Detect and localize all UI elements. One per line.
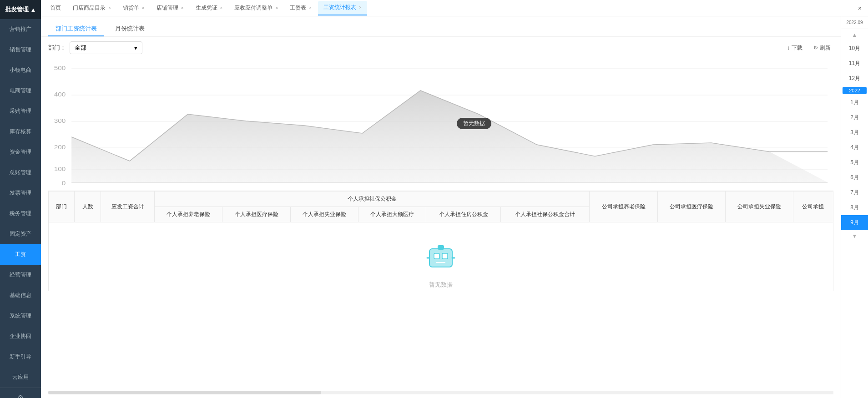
main-area: 首页 门店商品目录 × 销货单 × 店铺管理 × 生成凭证 × 应收应付调整单 …: [41, 0, 868, 398]
cal-month-12[interactable]: 12月: [841, 71, 868, 86]
sidebar-collapse-icon: ▲: [30, 6, 36, 13]
sub-tab-dept-stats[interactable]: 部门工资统计表: [48, 22, 104, 36]
right-calendar: 2022.09 ▲ 10月 11月 12月 2022 1月 2月 3月 4月 5…: [841, 16, 868, 398]
cal-month-10[interactable]: 10月: [841, 41, 868, 56]
tab-bar-right: ×: [855, 3, 864, 14]
th-company-other: 公司承担: [793, 191, 833, 222]
svg-rect-12: [429, 249, 452, 267]
cal-month-5[interactable]: 5月: [841, 155, 868, 170]
svg-rect-13: [434, 253, 439, 259]
tab-close-payroll-table[interactable]: ×: [309, 5, 312, 10]
stats-table: 部门 人数 应发工资合计 个人承担社保公积金 公司承担养老保险 公司承担医疗保险…: [48, 191, 833, 291]
sidebar-item-sys-mgmt[interactable]: 系统管理: [0, 306, 41, 326]
th-personal-housing-fund: 个人承担住房公积金: [426, 207, 500, 222]
sidebar-item-finance[interactable]: 资金管理: [0, 142, 41, 162]
sidebar-item-mini-ec[interactable]: 小畅电商: [0, 60, 41, 81]
toolbar-left: 部门： 全部 ▾: [48, 41, 142, 54]
sidebar-item-general-ledger[interactable]: 总账管理: [0, 162, 41, 183]
sidebar-item-ec-mgmt[interactable]: 电商管理: [0, 81, 41, 101]
tab-close-ar-ap[interactable]: ×: [275, 5, 278, 10]
calendar-year-month: 2022.09: [846, 20, 863, 25]
tab-store-mgmt[interactable]: 店铺管理 ×: [151, 1, 189, 15]
svg-rect-16: [438, 245, 444, 250]
th-headcount: 人数: [75, 191, 101, 222]
sidebar-item-cloud-app[interactable]: 云应用: [0, 367, 41, 388]
tab-sales-order[interactable]: 销货单 ×: [117, 1, 150, 15]
horizontal-scrollbar[interactable]: [48, 391, 833, 394]
cal-month-7[interactable]: 7月: [841, 185, 868, 200]
th-personal-pension: 个人承担养老保险: [155, 207, 222, 222]
area-chart: 500 400 300 200 100 0: [48, 63, 833, 191]
cal-month-1[interactable]: 1月: [841, 95, 868, 110]
sidebar-item-marketing[interactable]: 营销推广: [0, 19, 41, 40]
th-company-pension: 公司承担养老保险: [590, 191, 657, 222]
chart-tooltip: 暂无数据: [457, 118, 491, 129]
calendar-up-arrow[interactable]: ▲: [841, 29, 868, 41]
th-personal-medical: 个人承担医疗保险: [222, 207, 290, 222]
chart-area: 500 400 300 200 100 0: [41, 59, 841, 389]
sidebar-item-purchase[interactable]: 采购管理: [0, 101, 41, 121]
chart-wrapper: 500 400 300 200 100 0: [48, 63, 833, 191]
tab-close-voucher[interactable]: ×: [220, 5, 223, 10]
tab-close-sales-order[interactable]: ×: [142, 5, 145, 10]
sidebar-bottom: ⚙: [0, 388, 41, 398]
svg-text:300: 300: [54, 118, 66, 124]
th-company-medical: 公司承担医疗保险: [657, 191, 725, 222]
calendar-down-arrow[interactable]: ▼: [841, 230, 868, 242]
sidebar-item-ops[interactable]: 经营管理: [0, 265, 41, 285]
empty-state: 暂无数据: [53, 226, 828, 291]
sidebar-item-enterprise[interactable]: 企业协同: [0, 326, 41, 347]
svg-rect-14: [442, 253, 448, 259]
sub-tab-monthly-stats[interactable]: 月份统计表: [108, 22, 152, 36]
th-company-unemployment: 公司承担失业保险: [725, 191, 793, 222]
sidebar-item-tax[interactable]: 税务管理: [0, 203, 41, 224]
table-section: 部门 人数 应发工资合计 个人承担社保公积金 公司承担养老保险 公司承担医疗保险…: [48, 191, 833, 291]
horizontal-scrollbar-area: [41, 389, 841, 398]
table-empty-row: 暂无数据: [49, 222, 833, 291]
refresh-button[interactable]: ↻ 刷新: [811, 42, 833, 54]
scrollbar-track[interactable]: [48, 391, 321, 394]
left-panel: 部门工资统计表 月份统计表 部门： 全部 ▾ ↓: [41, 16, 841, 398]
tab-close-product-catalog[interactable]: ×: [108, 5, 111, 10]
window-close-button[interactable]: ×: [855, 3, 864, 14]
cal-month-9[interactable]: 9月: [841, 215, 868, 230]
cal-month-8[interactable]: 8月: [841, 200, 868, 215]
download-icon: ↓: [787, 45, 790, 51]
cal-month-11[interactable]: 11月: [841, 56, 868, 71]
sidebar-item-invoice[interactable]: 发票管理: [0, 183, 41, 203]
svg-text:400: 400: [54, 92, 66, 98]
tab-payroll-table[interactable]: 工资表 ×: [284, 1, 317, 15]
tab-close-store-mgmt[interactable]: ×: [181, 5, 184, 10]
cal-month-4[interactable]: 4月: [841, 140, 868, 155]
tab-ar-ap[interactable]: 应收应付调整单 ×: [229, 1, 283, 15]
sidebar-header[interactable]: 批发管理 ▲: [0, 0, 41, 19]
empty-icon: [423, 240, 459, 276]
sidebar-item-payroll[interactable]: 工资: [0, 244, 41, 265]
content-area: 部门工资统计表 月份统计表 部门： 全部 ▾ ↓: [41, 16, 868, 398]
cal-month-2[interactable]: 2月: [841, 110, 868, 125]
sidebar-item-new-guide[interactable]: 新手引导: [0, 347, 41, 367]
dept-select-value: 全部: [75, 44, 132, 52]
cal-year-2022: 2022: [843, 87, 867, 94]
th-personal-total: 个人承担社保公积金合计: [501, 207, 590, 222]
sidebar-item-inventory[interactable]: 库存核算: [0, 121, 41, 142]
sidebar-item-basic-info[interactable]: 基础信息: [0, 285, 41, 306]
cal-month-6[interactable]: 6月: [841, 170, 868, 185]
cal-month-3[interactable]: 3月: [841, 125, 868, 140]
gear-icon[interactable]: ⚙: [17, 393, 24, 398]
tab-payroll-report[interactable]: 工资统计报表 ×: [318, 1, 367, 15]
tab-home[interactable]: 首页: [45, 1, 66, 15]
sidebar-item-sales[interactable]: 销售管理: [0, 40, 41, 60]
tab-voucher[interactable]: 生成凭证 ×: [190, 1, 228, 15]
sidebar-title: 批发管理: [5, 5, 29, 14]
th-personal-insurance: 个人承担社保公积金: [155, 191, 590, 207]
dept-select[interactable]: 全部 ▾: [70, 41, 142, 54]
download-button[interactable]: ↓ 下载: [784, 42, 805, 54]
table-header-row1: 部门 人数 应发工资合计 个人承担社保公积金 公司承担养老保险 公司承担医疗保险…: [49, 191, 833, 207]
sidebar-item-fixed-assets[interactable]: 固定资产: [0, 224, 41, 244]
empty-text: 暂无数据: [429, 281, 453, 289]
toolbar: 部门： 全部 ▾ ↓ 下载 ↻ 刷新: [41, 37, 841, 59]
tab-close-payroll-report[interactable]: ×: [359, 5, 362, 10]
tab-bar: 首页 门店商品目录 × 销货单 × 店铺管理 × 生成凭证 × 应收应付调整单 …: [41, 0, 868, 16]
tab-product-catalog[interactable]: 门店商品目录 ×: [67, 1, 116, 15]
